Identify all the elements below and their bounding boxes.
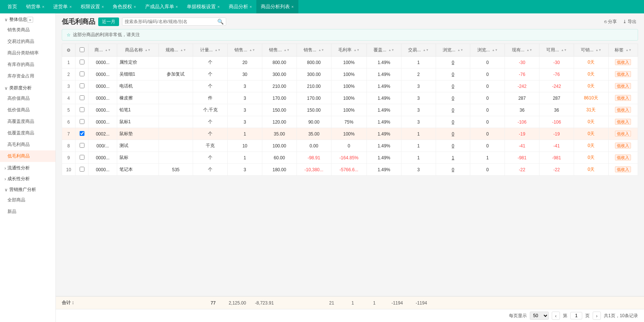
close-product-analysis-icon[interactable]: × [250, 4, 252, 9]
sidebar-item-category-sales-rate[interactable]: 商品分类助销率 [0, 47, 55, 59]
close-purchase-order-icon[interactable]: × [69, 4, 71, 9]
row-settings-3[interactable]: 3 [62, 80, 76, 92]
sidebar-item-low-coverage[interactable]: 低覆盖度商品 [0, 127, 55, 139]
sidebar-group-growth[interactable]: › 成长性分析 [0, 173, 55, 184]
nav-home[interactable]: 首页 [3, 0, 22, 13]
filter-recent-month-btn[interactable]: 近一月 [98, 17, 119, 26]
row-checkbox-8[interactable] [75, 140, 88, 152]
sidebar-item-high-margin[interactable]: 高毛利商品 [0, 139, 55, 150]
row-view1-10[interactable]: 0 [436, 164, 470, 176]
row-available-stock-5: 36 [539, 104, 574, 116]
row-current-stock-8: -41 [505, 140, 539, 152]
nav-product-analysis[interactable]: 商品分析 × [224, 0, 256, 13]
row-checkbox-5[interactable] [75, 104, 88, 116]
row-settings-5[interactable]: 5 [62, 104, 76, 116]
row-checkbox-4[interactable] [75, 92, 88, 104]
sidebar-group-cluster[interactable]: ∨ 类群度分析 [0, 82, 55, 93]
row-select-2[interactable] [80, 71, 84, 76]
row-checkbox-6[interactable] [75, 116, 88, 128]
nav-sales-order[interactable]: 销货单 × [22, 0, 49, 13]
row-select-8[interactable] [80, 143, 84, 148]
col-checkbox[interactable] [75, 44, 88, 57]
sidebar-group-overall-label: 整体信息 [9, 16, 27, 23]
row-select-3[interactable] [80, 83, 84, 88]
row-trade-3: 3 [401, 80, 436, 92]
share-btn[interactable]: ⎋ 分享 [603, 18, 618, 26]
row-select-6[interactable] [80, 119, 84, 124]
close-product-entry-icon[interactable]: × [176, 4, 178, 9]
row-settings-8[interactable]: 8 [62, 140, 76, 152]
collapse-overall-btn[interactable]: « [27, 17, 33, 23]
row-sales-profit-6: 90.00 [297, 116, 331, 128]
row-gross-margin-7: 100% [331, 128, 367, 140]
row-select-9[interactable] [80, 155, 84, 160]
row-settings-4[interactable]: 4 [62, 92, 76, 104]
nav-permission[interactable]: 权限设置 × [76, 0, 108, 13]
prev-page-btn[interactable]: ‹ [552, 312, 560, 320]
row-select-5[interactable] [80, 107, 84, 112]
nav-template-settings[interactable]: 单据模板设置 × [182, 0, 224, 13]
row-checkbox-1[interactable] [75, 57, 88, 68]
row-settings-7[interactable]: 7 [62, 128, 76, 140]
sidebar-item-stock-funds[interactable]: 库存资金占用 [0, 70, 55, 82]
nav-purchase-order[interactable]: 进货单 × [49, 0, 76, 13]
row-view1-4[interactable]: 0 [436, 92, 470, 104]
sidebar-item-new-products[interactable]: 新品 [0, 206, 55, 217]
col-settings[interactable]: ⚙ [62, 44, 76, 57]
close-template-settings-icon[interactable]: × [217, 4, 220, 9]
row-tag-9: 低收入 [608, 152, 638, 164]
close-role-auth-icon[interactable]: × [134, 4, 136, 9]
row-view1-1[interactable]: 0 [436, 57, 470, 68]
page-input[interactable] [570, 312, 582, 319]
row-sales-profit-7: 35.00 [297, 128, 331, 140]
row-gross-margin-4: 100% [331, 92, 367, 104]
row-view1-7[interactable]: 0 [436, 128, 470, 140]
row-checkbox-2[interactable] [75, 68, 88, 80]
row-select-10[interactable] [80, 167, 84, 172]
sidebar-item-high-value[interactable]: 高价值商品 [0, 93, 55, 104]
row-settings-2[interactable]: 2 [62, 68, 76, 80]
row-view1-8[interactable]: 0 [436, 140, 470, 152]
table-container[interactable]: ⚙ 商... ▲▼ 商品名称 ▲▼ 规格... ▲▼ 计量... ▲▼ 销售..… [56, 44, 644, 296]
close-sales-order-icon[interactable]: × [42, 4, 44, 9]
row-checkbox-3[interactable] [75, 80, 88, 92]
row-settings-1[interactable]: 1 [62, 57, 76, 68]
sidebar-item-low-value[interactable]: 低价值商品 [0, 104, 55, 116]
sidebar-item-all-products[interactable]: 全部商品 [0, 194, 55, 206]
sidebar-group-marketing[interactable]: ∨ 营销推广分析 [0, 184, 55, 194]
nav-role-auth[interactable]: 角色授权 × [108, 0, 140, 13]
row-sales-amount-6: 120.00 [262, 116, 297, 128]
row-checkbox-7[interactable] [75, 128, 88, 140]
sidebar-item-high-coverage[interactable]: 高覆盖度商品 [0, 116, 55, 127]
table-row: 3 0000... 电话机 个 3 210.00 210.00 100% 1.4… [62, 80, 638, 92]
search-input[interactable] [125, 19, 217, 24]
close-permission-icon[interactable]: × [102, 4, 104, 9]
close-product-analysis-list-icon[interactable]: × [291, 4, 294, 9]
row-checkbox-9[interactable] [75, 152, 88, 164]
row-select-4[interactable] [80, 95, 84, 100]
row-view1-6[interactable]: 0 [436, 116, 470, 128]
row-checkbox-10[interactable] [75, 164, 88, 176]
sidebar-item-stocked-products[interactable]: 有库存的商品 [0, 59, 55, 70]
row-view1-3[interactable]: 0 [436, 80, 470, 92]
next-page-btn[interactable]: › [593, 312, 601, 320]
sidebar-item-sales-products[interactable]: 销售类商品 [0, 24, 55, 36]
select-all-checkbox[interactable] [80, 47, 84, 52]
row-select-7[interactable] [80, 131, 84, 136]
row-select-1[interactable] [80, 60, 84, 64]
row-view1-2[interactable]: 0 [436, 68, 470, 80]
row-view1-9[interactable]: 1 [436, 152, 470, 164]
sidebar-group-circulation[interactable]: › 流通性分析 [0, 162, 55, 173]
nav-product-analysis-list[interactable]: 商品分析列表 × [256, 0, 298, 13]
per-page-select[interactable]: 50 100 200 [530, 312, 549, 320]
nav-product-entry[interactable]: 产成品入库单 × [141, 0, 182, 13]
sidebar-item-traded-products[interactable]: 交易过的商品 [0, 36, 55, 47]
row-available-stock-10: -22 [539, 164, 574, 176]
row-settings-6[interactable]: 6 [62, 116, 76, 128]
row-settings-9[interactable]: 9 [62, 152, 76, 164]
sidebar-group-overall[interactable]: ∨ 整体信息 « [0, 13, 55, 24]
row-settings-10[interactable]: 10 [62, 164, 76, 176]
export-btn[interactable]: ⤓ 导出 [621, 18, 638, 26]
row-view1-5[interactable]: 0 [436, 104, 470, 116]
sidebar-item-low-margin[interactable]: 低毛利商品 [0, 150, 55, 162]
